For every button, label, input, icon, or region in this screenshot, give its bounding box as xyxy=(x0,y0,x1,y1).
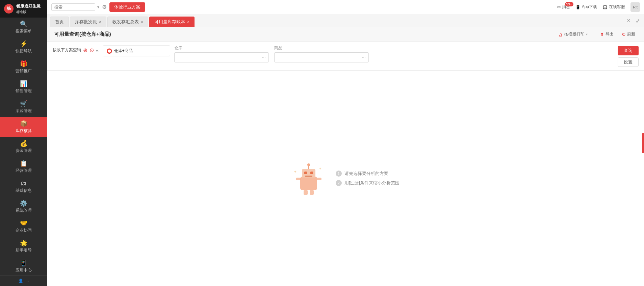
basic-icon: 🗂 xyxy=(21,180,27,186)
more-icon[interactable]: ··· xyxy=(362,55,366,60)
sidebar-item-shortcut[interactable]: ⚡ 快捷导航 xyxy=(0,37,47,57)
logo-icon: 畅 xyxy=(4,4,14,14)
divider xyxy=(594,32,594,37)
filter-label: 按以下方案查询 ⊕ ⊙ « xyxy=(53,45,99,53)
content-area: 可用量查询(按仓库+商品) 🖨 按模板打印 ▾ ⬆ 导出 ↻ 刷新 xyxy=(47,27,644,286)
sidebar-item-label: 应用中心 xyxy=(16,267,32,273)
warehouse-input-wrapper: ··· xyxy=(174,52,269,62)
empty-robot-illustration: ✦ ✦ xyxy=(292,161,326,195)
expand-tab-btn[interactable]: ⤢ xyxy=(634,17,641,24)
svg-rect-2 xyxy=(304,172,307,174)
product-input[interactable] xyxy=(277,55,360,60)
tab-available-label: 可用量库存账本 xyxy=(154,19,185,25)
sidebar-item-operation[interactable]: 📋 经营管理 xyxy=(0,157,47,177)
gear-icon[interactable]: ⚙ xyxy=(102,4,107,10)
close-icon[interactable]: × xyxy=(187,20,189,24)
close-icon[interactable]: × xyxy=(99,20,101,24)
sidebar-item-enterprise[interactable]: 🤝 企业协同 xyxy=(0,217,47,237)
search-icon: 🔍 xyxy=(20,21,27,27)
svg-text:✦: ✦ xyxy=(319,167,321,171)
tab-available[interactable]: 可用量库存账本 × xyxy=(149,17,195,27)
refresh-icon: ↻ xyxy=(622,32,626,37)
sidebar-item-finance[interactable]: 💰 资金管理 xyxy=(0,137,47,157)
tab-home-label: 首页 xyxy=(55,19,64,25)
service-label: 在线客服 xyxy=(609,4,625,10)
warehouse-label: 仓库 xyxy=(174,45,269,51)
sidebar-item-inventory[interactable]: 📦 库存核算 xyxy=(0,117,47,137)
close-tab-btn[interactable]: × xyxy=(626,17,632,24)
svg-rect-10 xyxy=(317,178,321,180)
hint-2: 2 用[过滤]条件来缩小分析范围 xyxy=(336,180,400,186)
sidebar-item-sales[interactable]: 📊 销售管理 xyxy=(0,77,47,97)
chevron-down-icon[interactable]: ▾ xyxy=(97,5,99,9)
tab-summary[interactable]: 收发存汇总表 × xyxy=(107,17,148,27)
sidebar-bottom-label: ··· xyxy=(25,279,29,283)
warehouse-input[interactable] xyxy=(177,55,260,60)
shortcut-icon: ⚡ xyxy=(20,41,27,47)
product-input-wrapper: ··· xyxy=(274,52,369,62)
tab-batch[interactable]: 库存批次账 × xyxy=(70,17,106,27)
export-btn[interactable]: ⬆ 导出 xyxy=(598,30,616,38)
hint-num-2: 2 xyxy=(336,180,342,186)
system-icon: ⚙️ xyxy=(20,200,27,206)
notification-badge: 99+ xyxy=(565,2,573,6)
app-badge: 标准版 xyxy=(16,10,41,14)
top-bar-search: ▾ ⚙ xyxy=(51,3,107,11)
export-icon: ⬆ xyxy=(600,32,604,37)
sidebar-item-appstore[interactable]: 📱 应用中心 xyxy=(0,257,47,276)
online-service-btn[interactable]: 🎧 在线客服 xyxy=(602,4,625,10)
export-label: 导出 xyxy=(606,31,614,37)
sidebar-item-search[interactable]: 🔍 搜索菜单 xyxy=(0,18,47,37)
print-label: 按模板打印 xyxy=(564,31,585,37)
collapse-icon[interactable]: « xyxy=(96,48,99,53)
close-icon[interactable]: × xyxy=(141,20,143,24)
hint-text-1: 请先选择要分析的方案 xyxy=(344,171,388,177)
sidebar-item-label: 快捷导航 xyxy=(16,48,32,54)
user-avatar[interactable]: Rit xyxy=(630,2,640,12)
settings-scheme-icon[interactable]: ⊙ xyxy=(89,47,94,53)
enterprise-icon: 🤝 xyxy=(20,220,27,226)
filter-fields: 仓库 ··· 商品 ··· xyxy=(174,45,614,62)
notification-btn[interactable]: ✉ 消息 99+ xyxy=(557,4,570,10)
refresh-btn[interactable]: ↻ 刷新 xyxy=(620,30,637,38)
svg-rect-7 xyxy=(304,190,308,195)
scheme-item-icon: ⭕ xyxy=(106,48,112,54)
sales-icon: 📊 xyxy=(20,81,27,87)
sidebar-item-label: 营销推广 xyxy=(16,68,32,74)
sidebar-item-label: 销售管理 xyxy=(16,88,32,94)
app-download-label: App下载 xyxy=(582,4,597,10)
empty-state-content: ✦ ✦ 1 请先选择要分析的方案 2 用[过滤]条件来缩小分析范围 xyxy=(292,161,400,195)
tab-bar-end: × ⤢ xyxy=(626,17,641,24)
sidebar-scroll: 🔍 搜索菜单 ⚡ 快捷导航 🎁 营销推广 📊 销售管理 🛒 采购管理 📦 库存核… xyxy=(0,18,47,276)
industry-btn[interactable]: 体验行业方案 xyxy=(109,2,145,12)
app-download-btn[interactable]: 📱 App下载 xyxy=(575,4,597,10)
print-icon: 🖨 xyxy=(558,32,563,37)
sidebar-item-purchase[interactable]: 🛒 采购管理 xyxy=(0,97,47,117)
refresh-label: 刷新 xyxy=(627,31,635,37)
search-input[interactable] xyxy=(51,3,95,11)
query-button[interactable]: 查询 xyxy=(618,46,639,55)
filter-scheme-panel: ⭕ 仓库+商品 xyxy=(103,45,170,56)
sidebar-item-label: 搜索菜单 xyxy=(16,28,32,34)
sidebar-item-newbie[interactable]: 🌟 新手引导 xyxy=(0,237,47,257)
svg-rect-4 xyxy=(305,176,312,177)
hint-num-1: 1 xyxy=(336,171,342,177)
more-icon[interactable]: ··· xyxy=(262,55,266,60)
scroll-handle[interactable] xyxy=(642,133,644,153)
tab-home[interactable]: 首页 xyxy=(50,17,69,27)
hint-text-2: 用[过滤]条件来缩小分析范围 xyxy=(344,180,400,186)
main-area: ▾ ⚙ 体验行业方案 ✉ 消息 99+ 📱 App下载 🎧 在线客服 Rit 首… xyxy=(47,0,644,286)
print-btn[interactable]: 🖨 按模板打印 ▾ xyxy=(556,30,590,38)
filter-field-product: 商品 ··· xyxy=(274,45,369,62)
add-scheme-icon[interactable]: ⊕ xyxy=(83,47,87,53)
filter-field-warehouse: 仓库 ··· xyxy=(174,45,269,62)
tab-summary-label: 收发存汇总表 xyxy=(112,19,139,25)
sidebar-item-marketing[interactable]: 🎁 营销推广 xyxy=(0,57,47,77)
scheme-item-warehouse[interactable]: ⭕ 仓库+商品 xyxy=(103,46,170,56)
tab-bar: 首页 库存批次账 × 收发存汇总表 × 可用量库存账本 × × ⤢ xyxy=(47,14,644,27)
sidebar-item-basic[interactable]: 🗂 基础信息 xyxy=(0,177,47,197)
sidebar-bottom[interactable]: 👤 ··· xyxy=(0,276,47,286)
finance-icon: 💰 xyxy=(20,140,27,147)
sidebar-item-system[interactable]: ⚙️ 系统管理 xyxy=(0,197,47,217)
settings-button[interactable]: 设置 xyxy=(618,57,639,67)
